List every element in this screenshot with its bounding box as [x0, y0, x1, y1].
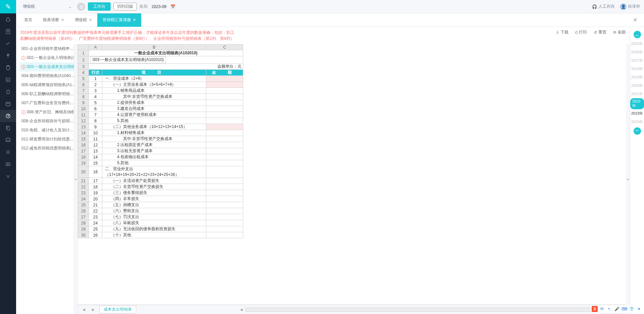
- row-project[interactable]: 4.让渡资产使用权成本: [102, 112, 206, 118]
- row-amount[interactable]: [206, 220, 243, 226]
- row-project[interactable]: （一）非流动资产处置损失: [102, 178, 206, 184]
- tab[interactable]: 首页: [19, 13, 38, 27]
- row-project[interactable]: （九）无法收回的债券股权投资损失: [102, 226, 206, 232]
- ime-tool-icon[interactable]: ✦: [636, 306, 642, 312]
- row-amount[interactable]: [206, 118, 243, 124]
- row-project[interactable]: （五）捐赠支出: [102, 202, 206, 208]
- row-index[interactable]: 26: [89, 232, 102, 238]
- row-project[interactable]: 1.销售商品成本: [102, 88, 206, 94]
- year-item[interactable]: 2018年: [631, 65, 643, 73]
- row-index[interactable]: 2: [89, 82, 102, 88]
- ime-punct-icon[interactable]: •,: [606, 306, 612, 312]
- download-button[interactable]: ⇩下载: [556, 29, 569, 35]
- col-header[interactable]: B: [102, 45, 206, 50]
- row-index[interactable]: 3: [89, 88, 102, 94]
- row-index[interactable]: 21: [89, 202, 102, 208]
- tab[interactable]: 税表清册✕: [38, 13, 69, 27]
- year-item[interactable]: 2021年: [631, 90, 643, 98]
- row-amount[interactable]: [206, 214, 243, 220]
- row-project[interactable]: 4.包装物出租成本: [102, 154, 206, 160]
- row-index[interactable]: 20: [89, 196, 102, 202]
- tree-item[interactable]: 011-研发费用加计扣除优惠...: [19, 135, 74, 144]
- row-amount[interactable]: [206, 226, 243, 232]
- row-project[interactable]: （六）赞助支出: [102, 208, 206, 214]
- tab[interactable]: 增值税✕: [69, 13, 97, 27]
- row-amount[interactable]: [206, 232, 243, 238]
- row-index[interactable]: 8: [89, 118, 102, 124]
- scroll-left[interactable]: ◄: [239, 307, 244, 312]
- year-item[interactable]: 2019年: [631, 73, 643, 81]
- tree-item[interactable]: 009-企业所得税弥补亏损明...: [19, 117, 74, 126]
- row-index[interactable]: 15: [89, 160, 102, 166]
- row-project[interactable]: 二、营业外支出（17+18+19+20+21+22+23+24+25+26）: [102, 166, 206, 178]
- row-amount[interactable]: [206, 94, 243, 100]
- col-header[interactable]: C: [206, 45, 243, 50]
- module-dropdown[interactable]: 增值税 ⌄: [20, 2, 74, 11]
- sheet-tab-prev[interactable]: ◄: [80, 307, 87, 312]
- row-index[interactable]: 5: [89, 100, 102, 106]
- row-amount[interactable]: [206, 82, 243, 88]
- row-amount[interactable]: [206, 202, 243, 208]
- row-index[interactable]: 4: [89, 94, 102, 100]
- nav-settings-icon[interactable]: [0, 146, 16, 158]
- ime-logo-icon[interactable]: S: [592, 306, 598, 312]
- horizontal-scrollbar[interactable]: [246, 308, 617, 312]
- consult-button[interactable]: 🎧 人工咨询: [592, 4, 614, 9]
- row-project[interactable]: 5.其他: [102, 160, 206, 166]
- nav-calendar-icon[interactable]: [0, 98, 16, 110]
- row-amount[interactable]: [206, 136, 243, 142]
- row-project[interactable]: 1.材料销售成本: [102, 130, 206, 136]
- row-amount[interactable]: [206, 100, 243, 106]
- expand-handle[interactable]: »: [626, 44, 630, 314]
- row-index[interactable]: 11: [89, 136, 102, 142]
- row-index[interactable]: 12: [89, 142, 102, 148]
- tree-item[interactable]: !008-资产折旧、摊销及纳税...: [19, 108, 74, 117]
- row-project[interactable]: 5.其他: [102, 118, 206, 124]
- row-amount[interactable]: [206, 160, 243, 166]
- row-amount[interactable]: [206, 88, 243, 94]
- year-item[interactable]: 2016年: [631, 48, 643, 56]
- year-item[interactable]: 2020年: [631, 81, 643, 90]
- row-project[interactable]: 其中:非货币性资产交换成本: [102, 136, 206, 142]
- row-project[interactable]: （一）主营业务成本（3+5+6+7+8）: [102, 82, 206, 88]
- tree-item[interactable]: 004-期间费用明细表(A1040...: [19, 71, 74, 80]
- row-amount[interactable]: [206, 208, 243, 214]
- ime-keyboard-icon[interactable]: ⌨: [621, 306, 627, 312]
- year-item[interactable]: 2024年: [631, 118, 643, 126]
- row-index[interactable]: 7: [89, 112, 102, 118]
- circle-doc-button[interactable]: ▤: [77, 3, 85, 11]
- row-amount[interactable]: [206, 166, 243, 178]
- row-index[interactable]: 10: [89, 130, 102, 136]
- row-amount[interactable]: [206, 190, 243, 196]
- workbench-button[interactable]: 工作台: [88, 2, 111, 11]
- row-project[interactable]: （二）其他业务成本（10+12+13+14+15）: [102, 124, 206, 130]
- row-amount[interactable]: [206, 184, 243, 190]
- nav-home-icon[interactable]: [0, 13, 16, 25]
- nav-doc-icon[interactable]: [0, 25, 16, 38]
- row-amount[interactable]: [206, 76, 243, 82]
- row-project[interactable]: （八）坏账损失: [102, 220, 206, 226]
- row-project[interactable]: 2.提供劳务成本: [102, 100, 206, 106]
- tree-item[interactable]: 007-广告费和业务宣传费跨...: [19, 99, 74, 108]
- tab[interactable]: 所得税汇算清缴✕: [97, 13, 141, 27]
- row-index[interactable]: 23: [89, 214, 102, 220]
- tree-item[interactable]: 005-纳税调整项目明细表(A1...: [19, 80, 74, 89]
- row-project[interactable]: （四）非常损失: [102, 196, 206, 202]
- row-amount[interactable]: [206, 106, 243, 112]
- year-down-icon[interactable]: ︾: [634, 127, 641, 135]
- year-item[interactable]: 2017年: [631, 56, 643, 65]
- nav-stamp-icon[interactable]: [0, 86, 16, 98]
- row-amount[interactable]: [206, 130, 243, 136]
- row-project[interactable]: （七）罚没支出: [102, 214, 206, 220]
- tree-item[interactable]: 012-减免所得税优惠明细表(...: [19, 144, 74, 153]
- nav-play-icon[interactable]: [0, 158, 16, 170]
- col-header[interactable]: A: [89, 45, 102, 50]
- row-project[interactable]: 一、营业成本（2+9）: [102, 76, 206, 82]
- tree-item[interactable]: 010-免税、减计收入及加计...: [19, 126, 74, 135]
- spreadsheet[interactable]: ABC1一般企业成本支出明细表(A102010)2003-一般企业成本支出明细表…: [78, 44, 243, 238]
- row-amount[interactable]: [206, 178, 243, 184]
- print-button[interactable]: ⎙打印: [575, 29, 587, 35]
- tree-item[interactable]: 006-职工薪酬纳税调整明细...: [19, 89, 74, 99]
- row-index[interactable]: 1: [89, 76, 102, 82]
- row-project[interactable]: （二）非货币性资产交换损失: [102, 184, 206, 190]
